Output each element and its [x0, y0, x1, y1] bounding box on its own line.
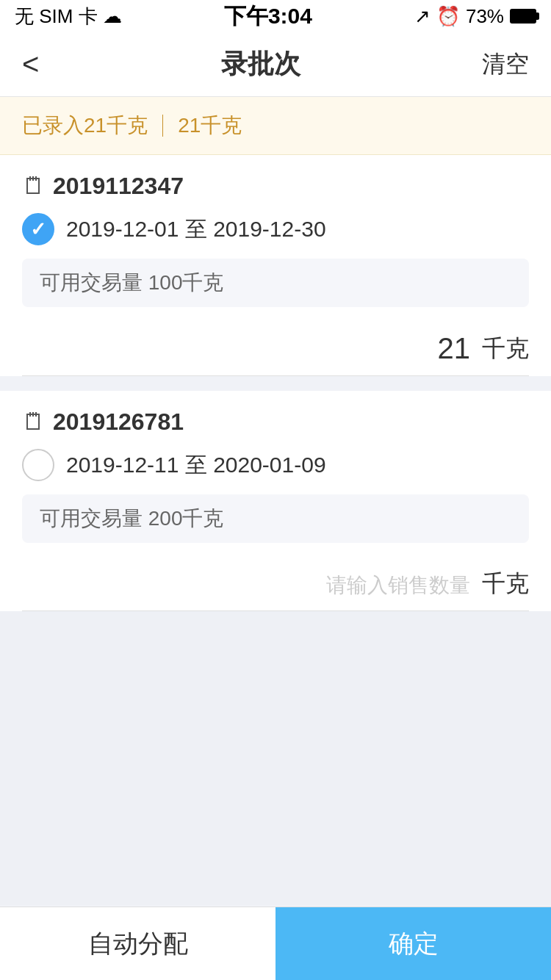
batch-header-1: 🗒 2019112347: [0, 155, 551, 207]
auto-distribute-button[interactable]: 自动分配: [0, 907, 276, 980]
batch-input-row-2: 千克: [0, 558, 551, 610]
batch-item-2: 🗒 2019126781 2019-12-11 至 2020-01-09 可用交…: [0, 391, 551, 611]
battery-icon: [510, 9, 536, 24]
batch-number-1: 2019112347: [53, 173, 184, 200]
total-amount: 21千克: [178, 112, 242, 140]
batch-separator: [0, 376, 551, 391]
battery-percent: 73%: [466, 5, 504, 28]
status-bar: 无 SIM 卡 ☁ 下午3:04 ↗ ⏰ 73%: [0, 0, 551, 32]
batch-date-row-2: 2019-12-11 至 2020-01-09: [0, 443, 551, 487]
batch-unit-1: 千克: [482, 333, 529, 365]
info-banner: 已录入21千克 21千克: [0, 97, 551, 155]
page-title: 录批次: [221, 46, 300, 82]
back-button[interactable]: <: [22, 48, 39, 81]
alarm-icon: ⏰: [436, 5, 460, 28]
recorded-amount: 已录入21千克: [22, 112, 148, 140]
batch-qty-2: 可用交易量 200千克: [22, 494, 529, 543]
batch-number-2: 2019126781: [53, 408, 184, 436]
location-icon: ↗: [414, 5, 431, 28]
batch-radio-1[interactable]: [22, 213, 54, 245]
batch-radio-2[interactable]: [22, 449, 54, 481]
sim-label: 无 SIM 卡 ☁: [15, 4, 122, 29]
batch-input-value-1: 21: [438, 332, 471, 365]
confirm-button[interactable]: 确定: [276, 907, 551, 980]
batch-date-row-1: 2019-12-01 至 2019-12-30: [0, 207, 551, 251]
batch-qty-1: 可用交易量 100千克: [22, 259, 529, 307]
batch-date-1: 2019-12-01 至 2019-12-30: [66, 215, 326, 245]
batch-icon-2: 🗒: [22, 408, 46, 436]
info-divider: [162, 115, 163, 137]
batch-input-2[interactable]: [287, 571, 470, 598]
batch-header-2: 🗒 2019126781: [0, 391, 551, 443]
clear-button[interactable]: 清空: [482, 48, 529, 81]
batch-item-1: 🗒 2019112347 2019-12-01 至 2019-12-30 可用交…: [0, 155, 551, 376]
footer-space: [0, 611, 551, 905]
status-right: ↗ ⏰ 73%: [414, 5, 536, 28]
batch-date-2: 2019-12-11 至 2020-01-09: [66, 450, 326, 480]
bottom-bar: 自动分配 确定: [0, 907, 551, 980]
status-time: 下午3:04: [224, 1, 312, 32]
batch-icon-1: 🗒: [22, 173, 46, 200]
batch-unit-2: 千克: [482, 568, 529, 600]
status-left: 无 SIM 卡 ☁: [15, 4, 122, 29]
nav-bar: < 录批次 清空: [0, 32, 551, 97]
batch-input-row-1: 21 千克: [0, 322, 551, 375]
